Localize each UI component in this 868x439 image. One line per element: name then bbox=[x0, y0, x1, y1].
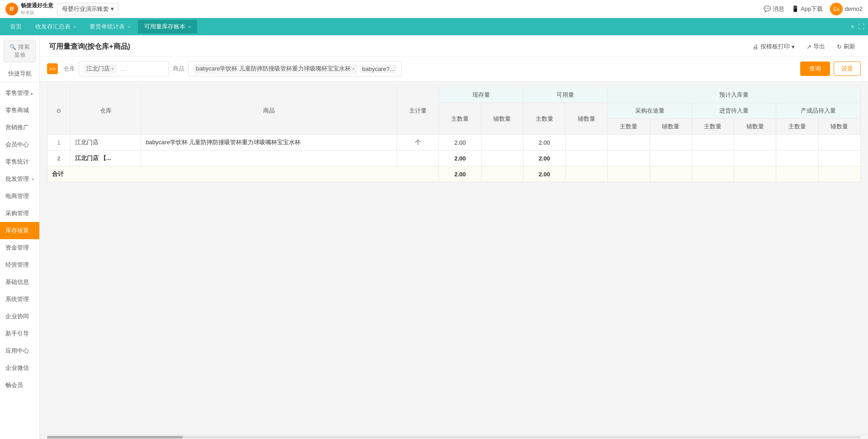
horizontal-scrollbar[interactable] bbox=[40, 434, 868, 439]
filter-toggle-button[interactable]: >> bbox=[47, 63, 58, 74]
maximize-button[interactable]: ⛶ bbox=[858, 23, 864, 30]
warehouse-col-header: 仓库 bbox=[71, 87, 141, 135]
tab-income-expense[interactable]: 收发存汇总表 × bbox=[29, 20, 82, 33]
close-all-tabs-button[interactable]: × bbox=[851, 23, 854, 30]
close-tab-income-expense[interactable]: × bbox=[73, 24, 76, 29]
tab-available-stock[interactable]: 可用量库存账本 × bbox=[138, 20, 197, 33]
sidebar-item-member-center[interactable]: 会员中心 bbox=[0, 136, 39, 153]
search-menu-button[interactable]: 🔍 搜索菜单 bbox=[4, 40, 36, 62]
inbound-pending-header: 进货待入量 bbox=[692, 103, 776, 119]
production-main-qty-header: 主数量 bbox=[776, 119, 818, 135]
sidebar-item-enterprise-collab[interactable]: 企业协同 bbox=[0, 308, 39, 325]
remove-warehouse-tag[interactable]: × bbox=[111, 66, 114, 71]
scroll-thumb[interactable] bbox=[47, 436, 183, 439]
main-layout: 🔍 搜索菜单 快捷导航 零售管理 ▲ 零售商城 营销推广 会员中心 零售统计 批… bbox=[0, 35, 868, 439]
product-input[interactable]: babycare学饮杯 儿童防摔防撞吸管杯重力球吸嘴杯宝宝水杯 × babyca… bbox=[188, 61, 402, 76]
chevron-up-icon: ▲ bbox=[29, 91, 34, 96]
workspace-selector[interactable]: 母婴行业演示账套 ▾ bbox=[57, 3, 119, 15]
purchase-main-qty-header: 主数量 bbox=[608, 119, 650, 135]
row-available-main-2: 2.00 bbox=[523, 151, 565, 166]
row-production-pending-aux-2 bbox=[818, 151, 860, 166]
sidebar-item-retail-mall[interactable]: 零售商城 bbox=[0, 102, 39, 119]
inbound-aux-qty-header: 辅数量 bbox=[734, 119, 776, 135]
query-button[interactable]: 查询 bbox=[800, 61, 830, 76]
row-purchase-transit-main-1 bbox=[608, 135, 650, 151]
table-row: 1 江北门店 babycare学饮杯 儿童防摔防撞吸管杯重力球吸嘴杯宝宝水杯 个… bbox=[47, 135, 861, 151]
sidebar-item-operation-mgmt[interactable]: 经营管理 bbox=[0, 256, 39, 274]
sidebar-item-vip-member[interactable]: 畅会员 bbox=[0, 377, 39, 394]
tab-home[interactable]: 首页 bbox=[4, 20, 28, 33]
row-index-2: 2 bbox=[47, 151, 71, 166]
sidebar-item-wholesale-mgmt[interactable]: 批发管理 ▾ bbox=[0, 170, 39, 188]
available-aux-qty-header: 辅数量 bbox=[566, 103, 608, 135]
sidebar-item-new-guide[interactable]: 新手引导 bbox=[0, 325, 39, 342]
row-production-pending-main-1 bbox=[776, 135, 818, 151]
table-settings-icon[interactable]: ⚙ bbox=[56, 108, 61, 114]
table-row: 2 江北门店 【... 2.00 2.00 bbox=[47, 151, 861, 166]
sidebar-item-system-mgmt[interactable]: 系统管理 bbox=[0, 291, 39, 308]
page-title: 可用量查询(按仓库+商品) bbox=[49, 42, 130, 52]
close-tab-available-stock[interactable]: × bbox=[188, 24, 191, 29]
nav-tabs: 首页 收发存汇总表 × 要货单统计表 × 可用量库存账本 × × ⛶ bbox=[0, 18, 868, 35]
production-aux-qty-header: 辅数量 bbox=[818, 119, 860, 135]
settings-col-header: ⚙ bbox=[47, 87, 71, 135]
tab-order-stats[interactable]: 要货单统计表 × bbox=[83, 20, 137, 33]
summary-inbound-aux bbox=[734, 166, 776, 182]
refresh-button[interactable]: ↻ 刷新 bbox=[833, 41, 859, 52]
row-available-main-1: 2.00 bbox=[523, 135, 565, 151]
warehouse-label: 仓库 bbox=[63, 65, 75, 73]
sidebar-item-marketing[interactable]: 营销推广 bbox=[0, 119, 39, 136]
summary-purchase-aux bbox=[650, 166, 692, 182]
content-area: 可用量查询(按仓库+商品) 🖨 按模板打印 ▾ ↗ 导出 ↻ 刷新 bbox=[40, 35, 868, 439]
row-current-main-1: 2.00 bbox=[439, 135, 481, 151]
summary-production-aux bbox=[818, 166, 860, 182]
product-tag-1: babycare学饮杯 儿童防摔防撞吸管杯重力球吸嘴杯宝宝水杯 × bbox=[193, 64, 358, 74]
warehouse-tag: 江北门店 × bbox=[84, 64, 117, 74]
user-menu[interactable]: Ea demo2 bbox=[830, 3, 863, 15]
sidebar-item-basic-info[interactable]: 基础信息 bbox=[0, 274, 39, 291]
sidebar-item-enterprise-wechat[interactable]: 企业微信 bbox=[0, 359, 39, 377]
close-tab-order-stats[interactable]: × bbox=[127, 24, 130, 29]
scroll-track bbox=[47, 436, 861, 439]
row-available-aux-1 bbox=[566, 135, 608, 151]
sidebar-item-ecommerce-mgmt[interactable]: 电商管理 bbox=[0, 188, 39, 205]
summary-production-main bbox=[776, 166, 818, 182]
summary-row: 合计 2.00 2.00 bbox=[47, 166, 861, 182]
warehouse-input[interactable]: 江北门店 × ... bbox=[79, 61, 169, 76]
row-warehouse-2: 江北门店 【... bbox=[71, 151, 141, 166]
message-button[interactable]: 💬 消息 bbox=[764, 5, 784, 13]
product-tag-2: babycare?... bbox=[359, 65, 397, 73]
summary-label: 合计 bbox=[47, 166, 439, 182]
row-inbound-pending-aux-2 bbox=[734, 151, 776, 166]
export-icon: ↗ bbox=[807, 43, 811, 50]
refresh-icon: ↻ bbox=[837, 43, 842, 50]
sidebar-item-finance-mgmt[interactable]: 资金管理 bbox=[0, 239, 39, 256]
filter-group: 仓库 江北门店 × ... 商品 babycare学饮杯 儿童防摔防撞吸管杯重力… bbox=[63, 61, 795, 76]
warehouse-more[interactable]: ... bbox=[118, 66, 127, 72]
sidebar-item-retail-stats[interactable]: 零售统计 bbox=[0, 153, 39, 170]
print-template-button[interactable]: 🖨 按模板打印 ▾ bbox=[749, 41, 798, 52]
remove-product-tag-1[interactable]: × bbox=[352, 66, 355, 71]
sidebar-item-retail-mgmt[interactable]: 零售管理 ▲ bbox=[0, 85, 39, 102]
summary-inbound-main bbox=[692, 166, 734, 182]
row-current-aux-2 bbox=[481, 151, 523, 166]
sidebar-item-purchase-mgmt[interactable]: 采购管理 bbox=[0, 205, 39, 222]
sidebar-item-inventory[interactable]: 库存核算 bbox=[0, 222, 39, 239]
sidebar-divider bbox=[0, 82, 39, 83]
top-bar-right: 💬 消息 📱 App下载 Ea demo2 bbox=[764, 3, 863, 15]
row-product-2 bbox=[141, 151, 397, 166]
row-product-1: babycare学饮杯 儿童防摔防撞吸管杯重力球吸嘴杯宝宝水杯 bbox=[141, 135, 397, 151]
summary-available-main-qty: 2.00 bbox=[523, 166, 565, 182]
export-button[interactable]: ↗ 导出 bbox=[803, 41, 829, 52]
sidebar-item-app-center[interactable]: 应用中心 bbox=[0, 342, 39, 359]
row-production-pending-main-2 bbox=[776, 151, 818, 166]
chevron-down-icon: ▾ bbox=[111, 5, 114, 12]
top-bar-left: 好 畅捷通好生意 标准版 母婴行业演示账套 ▾ bbox=[5, 2, 119, 16]
app-download-button[interactable]: 📱 App下载 bbox=[792, 5, 823, 13]
page-actions: 🖨 按模板打印 ▾ ↗ 导出 ↻ 刷新 bbox=[749, 41, 859, 52]
nav-tabs-right: × ⛶ bbox=[851, 23, 864, 30]
sidebar-item-quick-nav[interactable]: 快捷导航 bbox=[0, 67, 39, 80]
sidebar: 🔍 搜索菜单 快捷导航 零售管理 ▲ 零售商城 营销推广 会员中心 零售统计 批… bbox=[0, 35, 40, 439]
row-inbound-pending-aux-1 bbox=[734, 135, 776, 151]
settings-button[interactable]: 设置 bbox=[834, 61, 861, 76]
